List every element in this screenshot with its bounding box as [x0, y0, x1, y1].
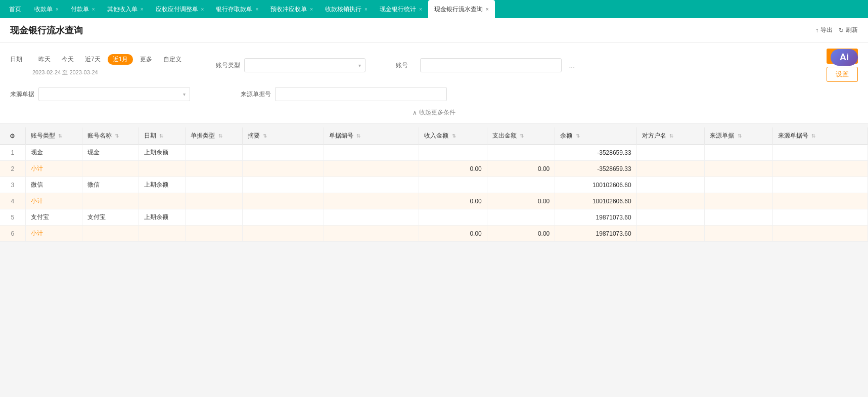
more-dots-button[interactable]: ...	[566, 61, 578, 69]
date-opt-1month[interactable]: 近1月	[108, 54, 133, 65]
date-opt-custom[interactable]: 自定义	[159, 54, 186, 65]
close-icon[interactable]: ×	[364, 7, 368, 12]
sort-icon: ⇅	[576, 133, 580, 139]
page-header: 现金银行流水查询 ↑ 导出 ↻ 刷新	[0, 18, 868, 42]
account-type-select[interactable]: ▾	[244, 58, 366, 72]
date-range-display: 2023-02-24 至 2023-03-24	[32, 69, 98, 76]
nav-item-现金银行流水查询[interactable]: 现金银行流水查询 ×	[428, 0, 495, 18]
nav-home[interactable]: 首页	[2, 5, 28, 14]
gear-icon: ⚙	[10, 133, 15, 140]
table-row[interactable]: 3微信微信上期余额100102606.60	[0, 177, 868, 193]
col-account-type[interactable]: 账号类型 ⇅	[25, 127, 82, 145]
row-number: 1	[0, 145, 25, 161]
table-row[interactable]: 4小计0.000.00100102606.60	[0, 193, 868, 209]
close-icon[interactable]: ×	[255, 7, 258, 12]
nav-item-付款单[interactable]: 付款单 ×	[65, 0, 101, 18]
row-number: 2	[0, 161, 25, 177]
source-doc-num-label: 来源单据号	[241, 90, 271, 99]
page-title: 现金银行流水查询	[10, 24, 83, 36]
account-label: 账号	[396, 61, 416, 70]
sort-icon: ⇅	[356, 133, 360, 139]
account-input[interactable]	[420, 58, 562, 72]
export-icon: ↑	[815, 27, 818, 34]
close-icon[interactable]: ×	[419, 7, 422, 12]
col-doc-type[interactable]: 单据类型 ⇅	[186, 127, 242, 145]
row-number: 5	[0, 209, 25, 226]
date-opt-more[interactable]: 更多	[136, 54, 156, 65]
account-type-label: 账号类型	[216, 61, 240, 70]
nav-item-现金银行统计[interactable]: 现金银行统计 ×	[374, 0, 428, 18]
date-opt-today[interactable]: 今天	[58, 54, 78, 65]
sort-icon: ⇅	[159, 133, 163, 139]
nav-item-银行存取款单[interactable]: 银行存取款单 ×	[210, 0, 264, 18]
filter-row-1: 日期 昨天 今天 近7天 近1月 更多 自定义 2023-02-24 至 202…	[10, 49, 858, 82]
col-doc-no[interactable]: 单据编号 ⇅	[324, 127, 419, 145]
table-row[interactable]: 6小计0.000.0019871073.60	[0, 226, 868, 242]
col-summary[interactable]: 摘要 ⇅	[242, 127, 324, 145]
close-icon[interactable]: ×	[56, 7, 59, 12]
close-icon[interactable]: ×	[92, 7, 95, 12]
date-opt-yesterday[interactable]: 昨天	[34, 54, 55, 65]
col-account-name[interactable]: 账号名称 ⇅	[82, 127, 139, 145]
col-balance[interactable]: 余额 ⇅	[555, 127, 636, 145]
close-icon[interactable]: ×	[310, 7, 313, 12]
ai-badge[interactable]: Ai	[831, 49, 858, 66]
sort-icon: ⇅	[58, 133, 62, 139]
date-label: 日期	[10, 55, 30, 64]
col-counterparty[interactable]: 对方户名 ⇅	[636, 127, 705, 145]
table-row[interactable]: 1现金现金上期余额-3528659.33	[0, 145, 868, 161]
col-expense[interactable]: 支出金额 ⇅	[487, 127, 555, 145]
nav-item-应收应付调整单[interactable]: 应收应付调整单 ×	[150, 0, 210, 18]
filter-row-2: 来源单据 ▾ 来源单据号	[10, 87, 858, 101]
date-options: 昨天 今天 近7天 近1月 更多 自定义	[34, 54, 186, 65]
data-table: ⚙ 账号类型 ⇅ 账号名称 ⇅ 日期 ⇅ 单据类型 ⇅	[0, 127, 868, 242]
table-header-row: ⚙ 账号类型 ⇅ 账号名称 ⇅ 日期 ⇅ 单据类型 ⇅	[0, 127, 868, 145]
source-doc-select[interactable]: ▾	[38, 87, 190, 101]
col-source-doc-no[interactable]: 来源单据号 ⇅	[772, 127, 867, 145]
nav-item-收款核销执行[interactable]: 收款核销执行 ×	[319, 0, 374, 18]
row-number: 4	[0, 193, 25, 209]
col-date[interactable]: 日期 ⇅	[139, 127, 186, 145]
chevron-down-icon: ▾	[358, 63, 361, 68]
source-doc-num-input[interactable]	[275, 87, 447, 101]
row-number: 6	[0, 226, 25, 242]
setting-button[interactable]: 设置	[827, 67, 858, 82]
nav-item-收款单[interactable]: 收款单 ×	[28, 0, 65, 18]
table-row[interactable]: 2小计0.000.00-3528659.33	[0, 161, 868, 177]
sort-icon: ⇅	[669, 133, 673, 139]
close-icon[interactable]: ×	[141, 7, 144, 12]
chevron-up-icon: ∧	[413, 109, 417, 116]
nav-item-预收冲应收单[interactable]: 预收冲应收单 ×	[264, 0, 319, 18]
refresh-icon: ↻	[839, 27, 844, 34]
col-settings[interactable]: ⚙	[0, 127, 25, 145]
col-income[interactable]: 收入金额 ⇅	[419, 127, 487, 145]
sort-icon: ⇅	[811, 133, 815, 139]
header-actions: ↑ 导出 ↻ 刷新	[815, 26, 858, 34]
export-button[interactable]: ↑ 导出	[815, 26, 833, 34]
sort-icon: ⇅	[520, 133, 524, 139]
sort-icon: ⇅	[738, 133, 742, 139]
table-area: ⚙ 账号类型 ⇅ 账号名称 ⇅ 日期 ⇅ 单据类型 ⇅	[0, 127, 868, 242]
nav-item-其他收入单[interactable]: 其他收入单 ×	[101, 0, 150, 18]
sort-icon: ⇅	[218, 133, 222, 139]
source-doc-label: 来源单据	[10, 90, 34, 99]
close-icon[interactable]: ×	[201, 7, 204, 12]
date-opt-7days[interactable]: 近7天	[81, 54, 105, 65]
sort-icon: ⇅	[115, 133, 119, 139]
col-source-doc[interactable]: 来源单据 ⇅	[705, 127, 773, 145]
collapse-bar[interactable]: ∧ 收起更多条件	[10, 106, 858, 119]
filter-area: 日期 昨天 今天 近7天 近1月 更多 自定义 2023-02-24 至 202…	[0, 42, 868, 123]
sort-icon: ⇅	[452, 133, 456, 139]
sort-icon: ⇅	[263, 133, 267, 139]
chevron-down-icon: ▾	[183, 92, 186, 97]
refresh-button[interactable]: ↻ 刷新	[839, 26, 858, 34]
top-navigation: 首页 收款单 × 付款单 × 其他收入单 × 应收应付调整单 × 银行存取款单 …	[0, 0, 868, 18]
row-number: 3	[0, 177, 25, 193]
table-row[interactable]: 5支付宝支付宝上期余额19871073.60	[0, 209, 868, 226]
close-icon[interactable]: ×	[486, 7, 489, 12]
